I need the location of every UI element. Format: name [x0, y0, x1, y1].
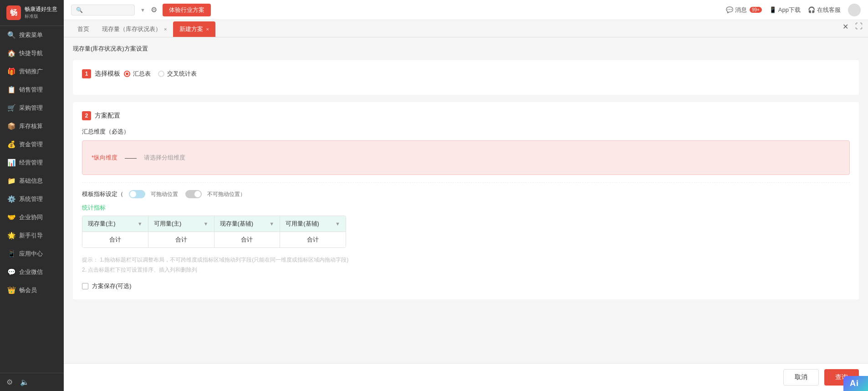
sidebar-label-purchase: 采购管理 — [19, 104, 43, 112]
inventory-icon: 📦 — [7, 122, 15, 130]
sidebar-item-new-guide[interactable]: 🌟 新手引导 — [0, 226, 64, 245]
radio-summary-circle — [124, 71, 130, 77]
toggle-non-draggable[interactable] — [185, 190, 202, 198]
sidebar-item-inventory[interactable]: 📦 库存核算 — [0, 117, 64, 135]
stats-col-1-chevron[interactable]: ▼ — [204, 221, 209, 226]
step2-section: 2 方案配置 汇总维度（必选） *纵向维度 —— 请选择分组维度 模板指标设定（… — [73, 102, 859, 299]
sidebar-item-vip[interactable]: 👑 畅会员 — [0, 281, 64, 299]
radio-cross[interactable]: 交叉统计表 — [158, 70, 197, 78]
topbar-dropdown-icon[interactable]: ▼ — [140, 7, 145, 13]
stats-table-header: 现存量(主) ▼ 可用量(主) ▼ 现存量(基辅) ▼ 可用量(基辅) ▼ — [82, 216, 346, 232]
sidebar-item-app-center[interactable]: 📱 应用中心 — [0, 245, 64, 263]
sidebar-item-cooperation[interactable]: 🤝 企业协同 — [0, 208, 64, 226]
sidebar-item-sales[interactable]: 📋 销售管理 — [0, 81, 64, 99]
sidebar: 畅 畅康通好生意 标准版 🔍 搜索菜单 🏠 快捷导航 🎁 营销推广 📋 销售管理… — [0, 0, 64, 391]
tips-section: 提示： 1.拖动标题栏可以调整布局，不可跨维度或指标区域拖动列字段(只能在同一维… — [82, 255, 850, 275]
message-label: 消息 — [735, 6, 747, 14]
stats-table: 现存量(主) ▼ 可用量(主) ▼ 现存量(基辅) ▼ 可用量(基辅) ▼ — [82, 216, 346, 248]
sidebar-label-app-center: 应用中心 — [19, 250, 43, 258]
stats-col-2: 现存量(基辅) ▼ — [214, 216, 281, 232]
sidebar-item-system[interactable]: ⚙️ 系统管理 — [0, 190, 64, 208]
sidebar-logo: 畅 畅康通好生意 标准版 — [0, 0, 64, 26]
tab-home-label: 首页 — [77, 25, 89, 33]
user-avatar[interactable] — [848, 4, 861, 16]
sidebar-item-marketing[interactable]: 🎁 营销推广 — [0, 62, 64, 81]
stats-col-2-chevron[interactable]: ▼ — [269, 221, 274, 226]
trial-btn[interactable]: 体验行业方案 — [163, 4, 211, 16]
sidebar-item-basic-info[interactable]: 📁 基础信息 — [0, 172, 64, 190]
template-radio-group: 汇总表 交叉统计表 — [124, 70, 850, 78]
message-item[interactable]: 💬 消息 99+ — [726, 6, 762, 14]
tab-inventory-close-icon[interactable]: × — [164, 26, 167, 32]
ai-float-button[interactable]: Ai — [843, 376, 868, 391]
dim-placeholder: 请选择分组维度 — [144, 154, 185, 162]
gift-icon: 🎁 — [7, 67, 15, 76]
app-download-item[interactable]: 📱 App下载 — [769, 6, 801, 14]
app-name-block: 畅康通好生意 标准版 — [25, 6, 57, 20]
volume-footer-icon[interactable]: 🔈 — [20, 378, 29, 386]
sidebar-label-finance: 资金管理 — [19, 140, 43, 149]
sidebar-label-search-menu: 搜索菜单 — [19, 31, 43, 39]
stats-col-3-chevron[interactable]: ▼ — [335, 221, 340, 226]
phone-icon: 📱 — [769, 6, 776, 13]
tab-new-scheme-close-icon[interactable]: × — [206, 26, 209, 32]
system-icon: ⚙️ — [7, 195, 15, 203]
sidebar-item-finance[interactable]: 💰 资金管理 — [0, 135, 64, 154]
panel-expand-icon[interactable]: ⛶ — [853, 21, 864, 32]
main-area: 🔍 ▼ ⚙ 体验行业方案 💬 消息 99+ 📱 App下载 🎧 在线客服 — [64, 0, 868, 391]
cooperation-icon: 🤝 — [7, 213, 15, 221]
guide-icon: 🌟 — [7, 232, 15, 240]
tip-1: 提示： 1.拖动标题栏可以调整布局，不可跨维度或指标区域拖动列字段(只能在同一维… — [82, 255, 850, 265]
sidebar-label-sales: 销售管理 — [19, 86, 43, 94]
dim-label: 汇总维度（必选） — [82, 128, 850, 136]
sidebar-label-marketing: 营销推广 — [19, 67, 43, 76]
stats-col-1: 可用量(主) ▼ — [148, 216, 214, 232]
save-checkbox[interactable] — [82, 283, 88, 289]
search-icon: 🔍 — [7, 31, 15, 39]
sidebar-item-purchase[interactable]: 🛒 采购管理 — [0, 99, 64, 117]
topbar-right: 💬 消息 99+ 📱 App下载 🎧 在线客服 — [726, 4, 861, 16]
stats-col-3: 可用量(基辅) ▼ — [280, 216, 346, 232]
app-center-icon: 📱 — [7, 250, 15, 258]
template-indicator-row: 模板指标设定（ 可拖动位置 不可拖动位置） — [82, 182, 850, 198]
tabbar: 首页 现存量（库存状况表） × 新建方案 × ✕ ⛶ — [64, 20, 868, 37]
app-logo-icon: 畅 — [6, 5, 21, 20]
finance-icon: 💰 — [7, 140, 15, 149]
topbar-gear-icon[interactable]: ⚙ — [151, 5, 157, 14]
tab-inventory-status[interactable]: 现存量（库存状况表） × — [96, 21, 173, 37]
stats-cell-3: 合计 — [280, 232, 346, 247]
sidebar-label-new-guide: 新手引导 — [19, 232, 43, 240]
sidebar-item-search-menu[interactable]: 🔍 搜索菜单 — [0, 26, 64, 44]
cancel-button[interactable]: 取消 — [783, 369, 819, 386]
tab-new-scheme-label: 新建方案 — [179, 25, 203, 33]
stats-col-0: 现存量(主) ▼ — [82, 216, 148, 232]
stats-col-2-label: 现存量(基辅) — [220, 220, 254, 228]
content-area: 现存量(库存状况表)方案设置 1 选择模板 汇总表 交叉统计表 — [64, 37, 868, 363]
sidebar-item-enterprise-wechat[interactable]: 💬 企业微信 — [0, 263, 64, 281]
radio-cross-circle — [158, 71, 164, 77]
sidebar-item-quick-nav[interactable]: 🏠 快捷导航 — [0, 44, 64, 62]
radio-summary[interactable]: 汇总表 — [124, 70, 151, 78]
sidebar-footer: ⚙ 🔈 — [0, 373, 64, 391]
app-name: 畅康通好生意 — [25, 6, 57, 13]
online-service-item[interactable]: 🎧 在线客服 — [808, 6, 841, 14]
panel-close-icon[interactable]: ✕ — [840, 21, 851, 32]
wechat-icon: 💬 — [7, 268, 15, 276]
sidebar-label-cooperation: 企业协同 — [19, 213, 43, 221]
search-input[interactable] — [86, 7, 130, 13]
message-badge: 99+ — [750, 7, 762, 13]
tab-home[interactable]: 首页 — [71, 21, 96, 37]
message-icon: 💬 — [726, 6, 733, 13]
stats-col-3-label: 可用量(基辅) — [286, 220, 319, 228]
step1-section: 1 选择模板 汇总表 交叉统计表 — [73, 60, 859, 95]
tab-new-scheme[interactable]: 新建方案 × — [173, 21, 215, 37]
stats-col-0-chevron[interactable]: ▼ — [138, 221, 143, 226]
step2-badge: 2 — [82, 111, 91, 120]
step1-header: 1 选择模板 汇总表 交叉统计表 — [82, 69, 850, 78]
online-service-label: 在线客服 — [817, 6, 841, 14]
toggle-draggable[interactable] — [129, 190, 145, 198]
step1-badge: 1 — [82, 69, 91, 78]
sidebar-item-operations[interactable]: 📊 经营管理 — [0, 154, 64, 172]
settings-footer-icon[interactable]: ⚙ — [6, 378, 13, 386]
search-bar[interactable]: 🔍 — [71, 5, 135, 15]
